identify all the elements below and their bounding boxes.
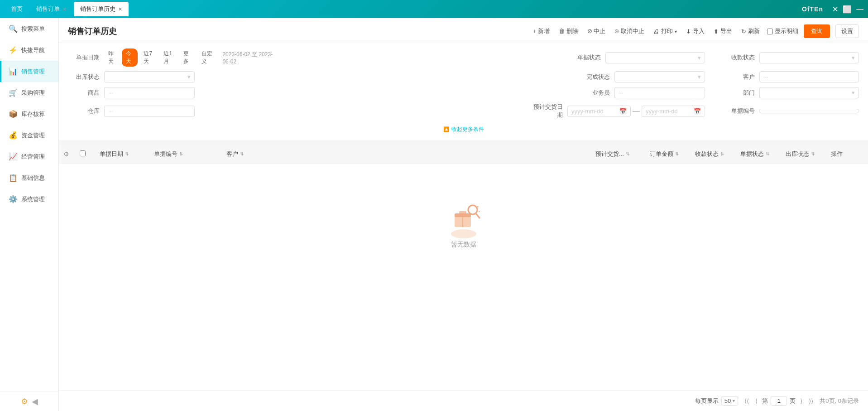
per-page-box[interactable]: 50 ▾: [721, 396, 738, 406]
filter-area: 单据日期 昨天 今天 近7天 近1月 更多 自定义 2023-06-02 至 2…: [59, 43, 868, 141]
page-number-input[interactable]: [771, 396, 787, 406]
topbar-minimize-icon[interactable]: —: [856, 5, 863, 13]
delivery-date-end-placeholder: yyyy-mm-dd: [646, 108, 678, 115]
cancel-stop-button[interactable]: ⊙ 取消中止: [613, 27, 646, 35]
product-label: 商品: [68, 89, 104, 97]
select-all-checkbox[interactable]: [80, 150, 86, 156]
tab-sales-order-close[interactable]: ✕: [62, 6, 67, 12]
delete-button[interactable]: 🗑 删除: [557, 27, 580, 35]
th-amount-label: 订单金额: [650, 150, 673, 158]
th-amount[interactable]: 订单金额 ⇅: [646, 150, 691, 158]
salesperson-placeholder: ···: [619, 89, 623, 96]
stop-button[interactable]: ⊘ 中止: [585, 27, 608, 35]
sidebar-bottom: ⚙ ◀: [0, 392, 58, 411]
per-page-dropdown-icon: ▾: [733, 398, 735, 403]
th-pay-status[interactable]: 收款状态 ⇅: [691, 150, 737, 158]
query-button[interactable]: 查询: [804, 24, 830, 38]
tab-sales-history-close[interactable]: ✕: [118, 6, 122, 12]
th-bill-status[interactable]: 单据状态 ⇅: [737, 150, 782, 158]
refresh-button[interactable]: ↻ 刷新: [739, 27, 762, 35]
warehouse-input[interactable]: ···: [104, 106, 195, 117]
tab-home[interactable]: 首页: [5, 2, 29, 16]
pill-more[interactable]: 更多: [179, 48, 195, 67]
delivery-date-start-placeholder: yyyy-mm-dd: [571, 108, 604, 115]
prev-page-btn[interactable]: ⟨: [753, 396, 759, 406]
pay-status-label: 收款状态: [723, 53, 759, 62]
settings-button[interactable]: 设置: [835, 24, 859, 38]
sidebar-item-sales-label: 销售管理: [21, 68, 45, 76]
sidebar-collapse-btn[interactable]: ◀: [32, 396, 38, 406]
bill-no-input[interactable]: [759, 109, 859, 113]
th-checkbox[interactable]: [80, 150, 96, 158]
sidebar-item-finance[interactable]: 💰 资金管理: [0, 125, 58, 146]
th-bill-no[interactable]: 单据编号 ⇅: [150, 150, 223, 158]
th-bill-no-sort: ⇅: [179, 151, 183, 156]
customer-input[interactable]: ···: [759, 71, 859, 82]
salesperson-label: 业务员: [578, 89, 614, 97]
new-button[interactable]: + 新增: [531, 27, 551, 35]
sidebar-item-purchase[interactable]: 🛒 采购管理: [0, 82, 58, 103]
next-page-btn[interactable]: ⟩: [798, 396, 804, 406]
print-button[interactable]: 🖨 🖨 打印 打印 ▾: [652, 27, 679, 35]
toolbar: + 新增 🗑 删除 ⊘ 中止 ⊙ 取消中止 🖨 🖨 打印 打印 ▾ ⬇ 导入 ⬆…: [531, 24, 859, 38]
topbar: 首页 销售订单 ✕ 销售订单历史 ✕ OfTEn ✕ ⬜ —: [0, 0, 868, 18]
sidebar-item-operations[interactable]: 📈 经营管理: [0, 146, 58, 167]
print-dropdown-icon: ▾: [675, 29, 677, 34]
salesperson-input[interactable]: ···: [614, 87, 705, 98]
print-icon: 🖨: [653, 28, 659, 35]
delivery-date-label: 预计交货日期: [531, 103, 567, 119]
sidebar-item-system[interactable]: ⚙️ 系统管理: [0, 189, 58, 210]
calendar-end-icon[interactable]: 📅: [694, 108, 701, 115]
pay-status-select[interactable]: ▾: [759, 52, 859, 63]
svg-point-0: [451, 229, 476, 238]
pill-1month[interactable]: 近1月: [159, 48, 177, 67]
delivery-date-start-input[interactable]: yyyy-mm-dd 📅: [567, 106, 631, 117]
th-bill-no-label: 单据编号: [154, 150, 177, 158]
export-button[interactable]: ⬆ 导出: [712, 27, 734, 35]
th-customer[interactable]: 客户 ⇅: [223, 150, 592, 158]
sidebar-settings-btn[interactable]: ⚙: [21, 396, 28, 406]
pill-7days[interactable]: 近7天: [139, 48, 158, 67]
tab-sales-order[interactable]: 销售订单 ✕: [30, 2, 73, 16]
content-area: 销售订单历史 + 新增 🗑 删除 ⊘ 中止 ⊙ 取消中止 🖨 🖨 打印 打印 ▾…: [59, 18, 868, 411]
pill-custom[interactable]: 自定义: [197, 48, 217, 67]
topbar-close-icon[interactable]: ✕: [832, 5, 838, 14]
th-out-status[interactable]: 出库状态 ⇅: [782, 150, 827, 158]
system-icon: ⚙️: [9, 195, 18, 203]
complete-status-select[interactable]: ▾: [614, 71, 705, 82]
page-label-suffix: 页: [790, 397, 796, 405]
th-date-sort: ⇅: [125, 151, 129, 156]
department-select[interactable]: ▾: [759, 87, 859, 98]
product-input[interactable]: ···: [104, 87, 195, 98]
th-date[interactable]: 单据日期 ⇅: [96, 150, 150, 158]
topbar-maximize-icon[interactable]: ⬜: [843, 5, 852, 14]
first-page-btn[interactable]: ⟨⟨: [743, 396, 751, 406]
sidebar-item-inventory[interactable]: 📦 库存核算: [0, 103, 58, 125]
pill-today[interactable]: 今天: [122, 48, 138, 67]
th-gear[interactable]: ⚙: [63, 150, 80, 158]
sidebar-item-quick-nav-label: 快捷导航: [21, 46, 45, 54]
th-action: 操作: [827, 150, 863, 158]
sidebar-item-sales[interactable]: 📊 销售管理: [0, 61, 58, 82]
tab-sales-history[interactable]: 销售订单历史 ✕: [74, 2, 129, 16]
import-button[interactable]: ⬇ 导入: [684, 27, 706, 35]
date-pills: 昨天 今天 近7天 近1月 更多 自定义: [104, 48, 217, 67]
sidebar-item-basic-info[interactable]: 📋 基础信息: [0, 167, 58, 189]
last-page-btn[interactable]: ⟩⟩: [807, 396, 815, 406]
out-status-label: 出库状态: [68, 73, 104, 81]
sidebar-item-search[interactable]: 🔍 搜索菜单: [0, 18, 58, 39]
pill-yesterday[interactable]: 昨天: [104, 48, 120, 67]
out-status-select[interactable]: ▾: [104, 71, 195, 82]
sidebar-item-quick-nav[interactable]: ⚡ 快捷导航: [0, 39, 58, 61]
bill-status-select[interactable]: ▾: [605, 52, 705, 63]
department-label: 部门: [723, 89, 759, 97]
th-delivery[interactable]: 预计交货... ⇅: [592, 150, 646, 158]
show-detail-checkbox[interactable]: 显示明细: [767, 27, 798, 35]
product-placeholder: ···: [108, 89, 113, 96]
show-detail-input[interactable]: [767, 29, 773, 34]
collapse-bar[interactable]: 🔼 收起更多条件: [68, 124, 859, 135]
th-pay-status-sort: ⇅: [720, 151, 724, 156]
calendar-start-icon[interactable]: 📅: [619, 108, 627, 115]
pay-status-dropdown-icon: ▾: [852, 54, 855, 61]
delivery-date-end-input[interactable]: yyyy-mm-dd 📅: [642, 106, 705, 117]
